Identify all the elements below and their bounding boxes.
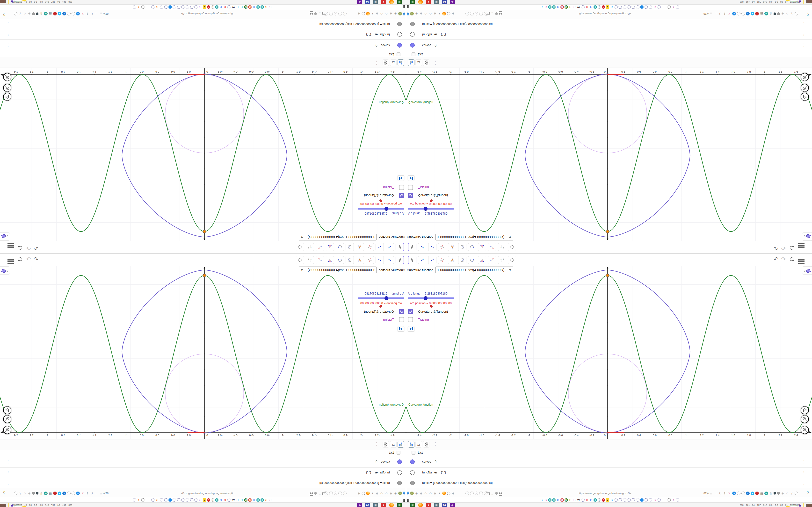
tab-dot-icon[interactable]: [338, 492, 342, 495]
home-button[interactable]: [801, 93, 809, 101]
algebra-row-curves[interactable]: curves = {} ⋮: [0, 456, 406, 468]
download-icon[interactable]: ⇩: [85, 492, 89, 495]
tree-view-button[interactable]: [408, 59, 414, 66]
algebra-row-funcnames[interactable]: funcNames = {" "} ⋮: [406, 29, 812, 40]
map-pin-icon[interactable]: [407, 492, 409, 495]
globe-icon[interactable]: ⊕: [44, 492, 48, 495]
algebra-row-funcnames[interactable]: funcNames = {" "} ⋮: [0, 29, 406, 40]
gear-icon[interactable]: [795, 12, 798, 15]
graphics-view[interactable]: -2.4-2.2-2-1.8-1.6-1.4-1.2-1-0.8-0.6-0.4…: [406, 266, 812, 439]
algebra-row-curves[interactable]: curves = {} ⋮: [406, 39, 812, 51]
flash-favicon[interactable]: f: [672, 6, 675, 9]
record-icon[interactable]: [755, 12, 759, 15]
chevron-down-icon[interactable]: ▼: [300, 235, 304, 239]
row-menu-icon[interactable]: ⋮: [802, 32, 806, 37]
collapse-icon[interactable]: –: [412, 52, 415, 56]
shield-icon[interactable]: [773, 492, 776, 495]
gear-icon[interactable]: [795, 492, 798, 495]
globe-icon[interactable]: ⊕: [451, 492, 455, 495]
google-favicon[interactable]: G: [252, 6, 256, 9]
tool-perpendicular-line[interactable]: [438, 243, 446, 251]
play-pause-button[interactable]: [408, 175, 414, 181]
pen-icon[interactable]: ✎: [81, 492, 84, 495]
shield-down-icon[interactable]: ▼: [58, 492, 61, 495]
search-button[interactable]: [17, 255, 24, 264]
gear-icon[interactable]: [742, 492, 745, 495]
folder-icon[interactable]: [486, 12, 490, 15]
frog-favicon[interactable]: W: [564, 498, 568, 502]
flower-favicon[interactable]: [644, 5, 648, 9]
flash-favicon[interactable]: f: [672, 498, 675, 502]
tool-move[interactable]: [408, 243, 416, 251]
more-options-icon[interactable]: ⋮: [434, 442, 438, 446]
flash-favicon[interactable]: f: [137, 498, 140, 502]
row-menu-icon[interactable]: ⋮: [802, 460, 806, 464]
function-input[interactable]: 1.000000000000 + cos(4.000000000000 x) ▼: [436, 267, 513, 273]
globe-icon[interactable]: ⊕: [419, 12, 423, 15]
visibility-marble[interactable]: [397, 32, 402, 37]
floppy-app-icon[interactable]: 64: [442, 0, 447, 4]
translate-icon[interactable]: A: [732, 492, 736, 495]
arc-position-slider-thumb[interactable]: [379, 200, 382, 202]
fx-button[interactable]: fx: [415, 59, 422, 66]
flower-favicon[interactable]: [177, 5, 181, 9]
visibility-marble[interactable]: [397, 481, 402, 485]
shield-icon[interactable]: [777, 12, 780, 15]
algebra-row-funcnames[interactable]: funcNames = {" "} ⋮: [406, 467, 812, 478]
owl-app-icon[interactable]: ◉: [357, 503, 362, 507]
fx-button[interactable]: fx: [390, 441, 397, 448]
google-favicon[interactable]: G: [265, 6, 268, 9]
visibility-marble[interactable]: [397, 43, 402, 48]
tab-dot-icon[interactable]: ·: [343, 492, 347, 495]
info-favicon[interactable]: i: [211, 498, 214, 502]
star-icon[interactable]: ☆: [99, 492, 103, 495]
settings-button[interactable]: [383, 59, 389, 66]
tool-point[interactable]: A: [386, 256, 394, 264]
tool-line[interactable]: [375, 256, 384, 264]
folder-icon[interactable]: [322, 492, 326, 495]
wrench-icon[interactable]: /: [370, 12, 374, 16]
download-icon[interactable]: ⇩: [85, 12, 89, 15]
menu-button[interactable]: [798, 243, 805, 252]
download-icon[interactable]: ⇩: [723, 12, 727, 15]
translate-icon[interactable]: A: [732, 12, 736, 15]
gear-icon[interactable]: [667, 498, 671, 502]
terminal-app-icon[interactable]: ▣: [410, 503, 415, 507]
record-icon[interactable]: [53, 492, 57, 495]
terminal-app-icon[interactable]: ▣: [397, 0, 402, 4]
google-favicon[interactable]: G: [653, 6, 656, 9]
tab-dot-icon[interactable]: [329, 12, 333, 15]
tool-slider[interactable]: a = 2: [306, 256, 314, 264]
zoom-in-button[interactable]: [801, 415, 809, 423]
home-button[interactable]: [801, 406, 809, 414]
firefox-app-icon[interactable]: [389, 0, 394, 4]
function-input[interactable]: 1.000000000000 + cos(4.000000000000 x) ▼: [299, 234, 376, 240]
shield-down-icon[interactable]: ▼: [751, 12, 754, 15]
google-favicon[interactable]: G: [269, 498, 272, 502]
gauge-icon[interactable]: ◠: [380, 492, 384, 495]
google-favicon[interactable]: G: [156, 6, 159, 9]
yandex-favicon[interactable]: Я: [560, 6, 564, 9]
flower-favicon[interactable]: [581, 5, 585, 9]
tab-dot-icon[interactable]: ·: [465, 492, 469, 495]
home-button[interactable]: [3, 406, 11, 414]
flower-favicon[interactable]: [631, 498, 635, 502]
tool-reflect[interactable]: [316, 243, 324, 251]
flower-favicon[interactable]: [657, 5, 661, 9]
settings-app-icon[interactable]: ✳: [426, 503, 431, 507]
flower-favicon[interactable]: [164, 5, 168, 9]
display-app-icon[interactable]: ▣: [373, 0, 378, 4]
google-favicon[interactable]: G: [653, 498, 656, 502]
tool-ellipse[interactable]: [468, 256, 476, 264]
flower-favicon[interactable]: [172, 498, 176, 502]
arc-length-slider-thumb[interactable]: [424, 296, 427, 300]
globe-icon[interactable]: ⊕: [781, 12, 784, 15]
terminal-app-icon[interactable]: ▣: [397, 503, 402, 507]
google-favicon[interactable]: G: [590, 498, 593, 502]
globe-favicon[interactable]: ⊕: [548, 498, 552, 502]
flower-favicon[interactable]: [636, 498, 640, 502]
reload-icon[interactable]: ↻: [90, 12, 94, 15]
visibility-marble[interactable]: [410, 470, 415, 475]
plus-icon[interactable]: +: [62, 492, 66, 495]
back-arrow-icon[interactable]: ←: [318, 12, 321, 15]
